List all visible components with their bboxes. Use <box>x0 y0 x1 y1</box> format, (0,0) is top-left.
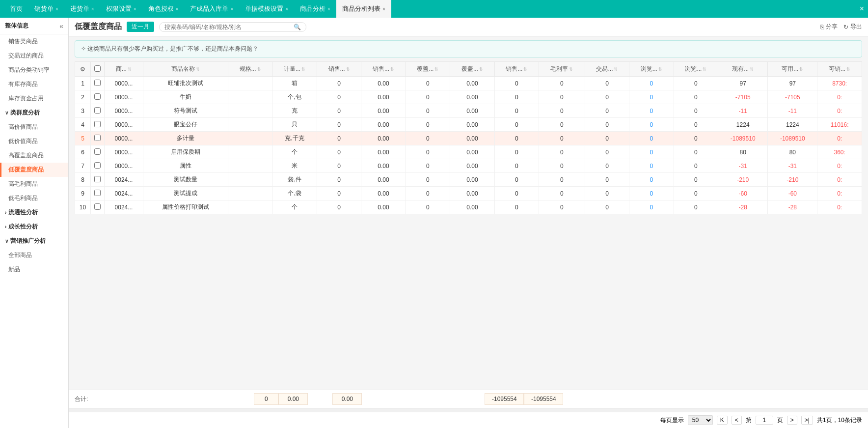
sidebar-item-high-coverage[interactable]: 高覆盖度商品 <box>0 148 68 163</box>
page-size-select[interactable]: 50 10 20 100 <box>688 415 713 425</box>
cell-checkbox[interactable] <box>91 104 105 118</box>
tab-sales-order[interactable]: 销货单 × <box>28 0 64 18</box>
col-stock-available[interactable]: 可用...⇅ <box>768 62 817 77</box>
settings-icon[interactable]: ⚙ <box>80 66 85 73</box>
sidebar-group-circulation[interactable]: › 流通性分析 <box>0 205 68 220</box>
cell-browse1[interactable]: 0 <box>629 145 674 159</box>
cell-browse1[interactable]: 0 <box>629 187 674 200</box>
cell-browse1[interactable]: 0 <box>629 173 674 187</box>
sidebar-item-high-value[interactable]: 高价值商品 <box>0 120 68 134</box>
data-table-container[interactable]: ⚙ 商...⇅ 商品名称⇅ 规格...⇅ 计量...⇅ 销售...⇅ 销售...… <box>75 61 862 390</box>
sidebar-item-low-coverage[interactable]: 低覆盖度商品 <box>0 163 68 177</box>
cell-browse1[interactable]: 0 <box>629 104 674 118</box>
tab-role-auth[interactable]: 角色授权 × <box>142 0 185 18</box>
horizontal-scrollbar[interactable] <box>69 408 868 412</box>
last-page-button[interactable]: >| <box>801 416 813 425</box>
cell-checkbox[interactable] <box>91 118 105 132</box>
sidebar-item-all-goods[interactable]: 全部商品 <box>0 248 68 262</box>
col-sales-qty[interactable]: 销售...⇅ <box>317 62 361 77</box>
cell-checkbox[interactable] <box>91 187 105 200</box>
tab-template-settings[interactable]: 单据模板设置 × <box>239 0 294 18</box>
col-coverage2[interactable]: 覆盖...⇅ <box>450 62 494 77</box>
export-button[interactable]: ↻ 导出 <box>843 23 862 31</box>
close-icon[interactable]: × <box>176 6 179 12</box>
page-input[interactable] <box>756 416 773 425</box>
col-name[interactable]: 商品名称⇅ <box>143 62 228 77</box>
sidebar-item-low-margin[interactable]: 低毛利商品 <box>0 191 68 205</box>
cell-browse1[interactable]: 0 <box>629 90 674 104</box>
tab-home[interactable]: 首页 <box>4 0 28 18</box>
row-checkbox[interactable] <box>94 176 101 182</box>
cell-checkbox[interactable] <box>91 132 105 145</box>
search-input[interactable] <box>164 24 291 30</box>
col-stock-sellable[interactable]: 可销...⇅ <box>817 62 862 77</box>
col-settings[interactable]: ⚙ <box>75 62 91 77</box>
sidebar-item-in-stock[interactable]: 有库存商品 <box>0 77 68 91</box>
col-unit[interactable]: 计量...⇅ <box>272 62 317 77</box>
row-checkbox[interactable] <box>94 148 101 155</box>
col-spec[interactable]: 规格...⇅ <box>228 62 272 77</box>
sidebar-item-high-margin[interactable]: 高毛利商品 <box>0 177 68 191</box>
search-icon[interactable]: 🔍 <box>294 24 301 30</box>
close-icon[interactable]: × <box>91 6 94 12</box>
sidebar-item-new-goods[interactable]: 新品 <box>0 262 68 277</box>
tab-product-analysis-list[interactable]: 商品分析列表 × <box>336 0 391 18</box>
row-checkbox[interactable] <box>94 203 101 210</box>
period-button[interactable]: 近一月 <box>127 22 154 32</box>
col-stock-current[interactable]: 现有...⇅ <box>718 62 768 77</box>
sidebar-item-category-rate[interactable]: 商品分类动销率 <box>0 63 68 77</box>
col-code[interactable]: 商...⇅ <box>105 62 143 77</box>
sidebar-item-sales-goods[interactable]: 销售类商品 <box>0 34 68 49</box>
close-all-tabs[interactable]: × <box>860 4 864 13</box>
col-browse2[interactable]: 浏览...⇅ <box>674 62 718 77</box>
row-checkbox[interactable] <box>94 107 101 114</box>
cell-browse1[interactable]: 0 <box>629 77 674 90</box>
cell-spec <box>228 77 272 90</box>
row-checkbox[interactable] <box>94 93 101 100</box>
row-checkbox[interactable] <box>94 80 101 86</box>
close-icon[interactable]: × <box>230 6 233 12</box>
col-sales3[interactable]: 销售...⇅ <box>494 62 539 77</box>
cell-checkbox[interactable] <box>91 173 105 187</box>
col-margin[interactable]: 毛利率⇅ <box>539 62 585 77</box>
col-browse1[interactable]: 浏览...⇅ <box>629 62 674 77</box>
cell-browse1[interactable]: 0 <box>629 132 674 145</box>
col-transaction[interactable]: 交易...⇅ <box>585 62 629 77</box>
tab-permission-settings[interactable]: 权限设置 × <box>100 0 142 18</box>
select-all-checkbox[interactable] <box>94 65 101 72</box>
col-sales-amt[interactable]: 销售...⇅ <box>361 62 406 77</box>
sidebar-item-inventory-capital[interactable]: 库存资金占用 <box>0 91 68 106</box>
cell-checkbox[interactable] <box>91 145 105 159</box>
close-icon[interactable]: × <box>382 6 385 12</box>
col-coverage1[interactable]: 覆盖...⇅ <box>406 62 450 77</box>
tab-product-analysis[interactable]: 商品分析 × <box>294 0 336 18</box>
close-icon[interactable]: × <box>327 6 330 12</box>
close-icon[interactable]: × <box>134 6 136 12</box>
sidebar-group-marketing[interactable]: ∨ 营销推广分析 <box>0 234 68 248</box>
cell-browse1[interactable]: 0 <box>629 159 674 173</box>
close-icon[interactable]: × <box>55 6 58 12</box>
sidebar-group-growth[interactable]: › 成长性分析 <box>0 220 68 234</box>
row-checkbox[interactable] <box>94 135 101 141</box>
cell-checkbox[interactable] <box>91 77 105 90</box>
tab-purchase-order[interactable]: 进货单 × <box>64 0 100 18</box>
sidebar-group-cluster-analysis[interactable]: ∨ 类群度分析 <box>0 106 68 120</box>
close-icon[interactable]: × <box>285 6 288 12</box>
tab-finished-goods[interactable]: 产成品入库单 × <box>184 0 239 18</box>
cell-browse1[interactable]: 0 <box>629 200 674 214</box>
cell-sales-amt: 0.00 <box>361 187 406 200</box>
cell-browse1[interactable]: 0 <box>629 118 674 132</box>
cell-checkbox[interactable] <box>91 200 105 214</box>
cell-checkbox[interactable] <box>91 159 105 173</box>
row-checkbox[interactable] <box>94 162 101 169</box>
next-page-button[interactable]: > <box>787 416 797 425</box>
sidebar-collapse-button[interactable]: « <box>59 22 63 30</box>
sidebar-item-low-value[interactable]: 低价值商品 <box>0 134 68 148</box>
share-button[interactable]: ⎘ 分享 <box>820 23 838 31</box>
first-page-button[interactable]: K <box>717 416 728 425</box>
sidebar-item-traded-goods[interactable]: 交易过的商品 <box>0 49 68 63</box>
prev-page-button[interactable]: < <box>732 416 742 425</box>
row-checkbox[interactable] <box>94 190 101 196</box>
cell-checkbox[interactable] <box>91 90 105 104</box>
row-checkbox[interactable] <box>94 121 101 127</box>
